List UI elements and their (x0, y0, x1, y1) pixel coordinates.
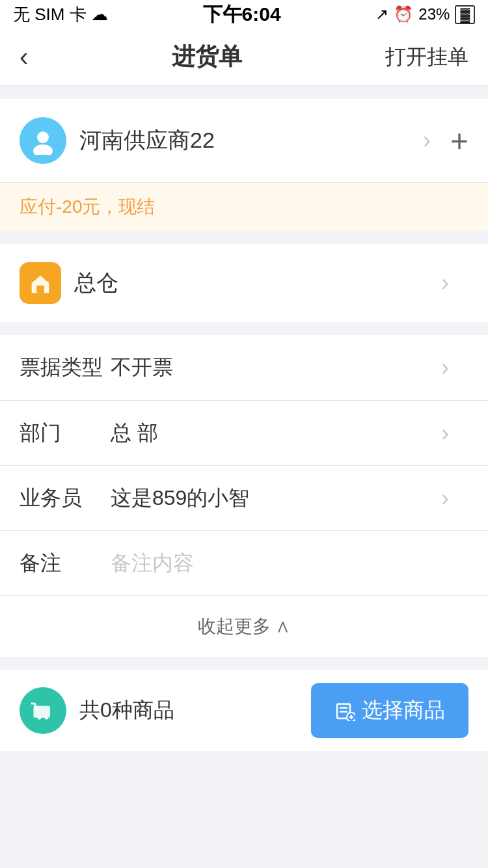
invoice-type-row[interactable]: 票据类型 不开票 › (0, 335, 488, 400)
section-divider-1 (0, 231, 488, 244)
remark-input[interactable]: 备注内容 (111, 549, 468, 578)
top-divider (0, 86, 488, 99)
department-row[interactable]: 部门 总 部 › (0, 400, 488, 465)
status-right: ↗ ⏰ 23% ▓ (375, 5, 475, 24)
status-time: 下午6:04 (203, 1, 281, 28)
remark-row[interactable]: 备注 备注内容 (0, 530, 488, 595)
svg-point-4 (38, 716, 41, 719)
department-value: 总 部 (111, 419, 441, 448)
product-bar: 共0种商品 选择商品 (0, 670, 488, 751)
product-icon (20, 687, 66, 734)
svg-point-1 (33, 144, 53, 155)
salesperson-label: 业务员 (20, 484, 111, 513)
remark-label: 备注 (20, 549, 111, 578)
user-icon (29, 126, 57, 155)
salesperson-value: 这是859的小智 (111, 484, 441, 513)
collapse-button[interactable]: 收起更多 ∧ (0, 595, 488, 657)
sim-label: 无 SIM 卡 ☁ (13, 3, 108, 26)
cart-icon (30, 698, 56, 724)
form-section: 票据类型 不开票 › 部门 总 部 › 业务员 这是859的小智 › 备注 备注… (0, 335, 488, 657)
warehouse-section: 总仓 › (0, 244, 488, 322)
svg-rect-2 (36, 286, 44, 293)
supplier-chevron-icon: › (423, 127, 431, 154)
notice-bar: 应付-20元，现结 (0, 183, 488, 231)
page-background (0, 751, 488, 868)
nav-bar: ‹ 进货单 打开挂单 (0, 29, 488, 86)
select-product-button[interactable]: 选择商品 (311, 683, 468, 738)
battery-icon: ▓ (455, 5, 475, 24)
department-label: 部门 (20, 419, 111, 448)
warehouse-chevron-icon: › (441, 269, 449, 297)
select-product-icon (334, 700, 355, 721)
page-title: 进货单 (172, 41, 242, 73)
svg-point-0 (37, 131, 49, 143)
invoice-type-label: 票据类型 (20, 353, 111, 382)
salesperson-row[interactable]: 业务员 这是859的小智 › (0, 465, 488, 530)
supplier-row[interactable]: 河南供应商22 › + (0, 99, 488, 183)
back-button[interactable]: ‹ (20, 42, 28, 72)
status-left: 无 SIM 卡 ☁ (13, 3, 108, 26)
invoice-type-chevron: › (441, 354, 449, 381)
open-pending-button[interactable]: 打开挂单 (385, 43, 468, 72)
invoice-type-value: 不开票 (111, 353, 441, 382)
alarm-icon: ⏰ (394, 5, 413, 23)
collapse-label: 收起更多 ∧ (198, 614, 291, 639)
house-icon (28, 271, 53, 295)
section-divider-2 (0, 322, 488, 335)
status-bar: 无 SIM 卡 ☁ 下午6:04 ↗ ⏰ 23% ▓ (0, 0, 488, 29)
add-supplier-button[interactable]: + (450, 123, 468, 159)
supplier-section: 河南供应商22 › + 应付-20元，现结 (0, 99, 488, 231)
product-count: 共0种商品 (79, 696, 311, 725)
svg-point-5 (45, 716, 48, 719)
warehouse-row[interactable]: 总仓 › (0, 244, 488, 322)
warehouse-name: 总仓 (74, 268, 441, 298)
battery-label: 23% (418, 5, 450, 23)
department-chevron: › (441, 420, 449, 447)
select-product-label: 选择商品 (362, 696, 445, 725)
location-icon: ↗ (375, 5, 388, 23)
salesperson-chevron: › (441, 485, 449, 512)
supplier-avatar (20, 117, 66, 164)
warehouse-icon (20, 262, 61, 304)
supplier-name: 河南供应商22 (79, 126, 423, 156)
